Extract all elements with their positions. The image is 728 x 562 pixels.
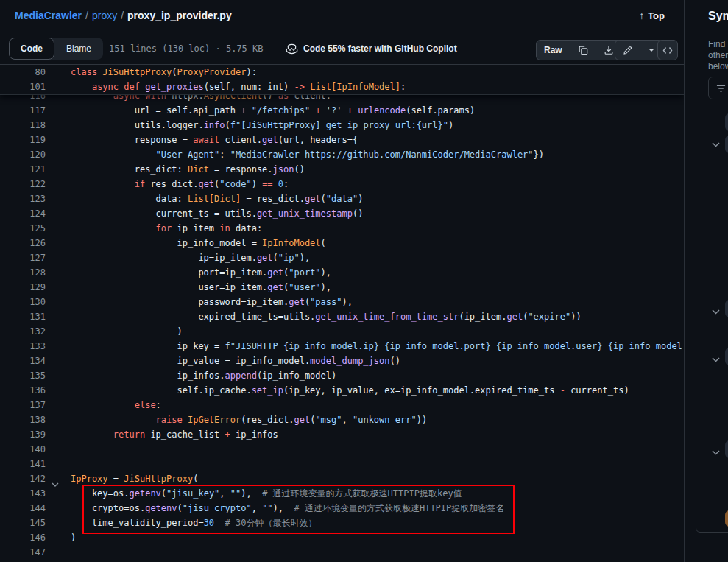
line-number[interactable]: 123 xyxy=(0,192,46,206)
code-text: raise IpGetError(res_dict.get("msg", "un… xyxy=(71,412,427,427)
chevron-down-icon[interactable] xyxy=(712,352,720,365)
line-number[interactable]: 120 xyxy=(0,147,46,162)
code-line-130: 130 password=ip_item.get("pass"), xyxy=(0,295,684,309)
edit-group xyxy=(615,40,663,60)
code-text: expired_time_ts=utils.get_unix_time_from… xyxy=(71,309,582,324)
code-text: ip_key = f"JISUHTTP_{ip_info_model.ip}_{… xyxy=(71,339,682,354)
symbol-list-item[interactable] xyxy=(725,136,728,153)
tab-blame[interactable]: Blame xyxy=(54,38,103,60)
line-number[interactable]: 118 xyxy=(0,118,46,133)
code-text: url = self.api_path + "/fetchips" + '?' … xyxy=(71,103,475,118)
code-line-119: 119 response = await client.get(url, hea… xyxy=(0,133,684,147)
breadcrumb-repo-link[interactable]: MediaCrawler xyxy=(15,10,82,21)
breadcrumb-separator: / xyxy=(82,10,92,21)
code-line-129: 129 user=ip_item.get("user"), xyxy=(0,280,684,295)
line-number[interactable]: 137 xyxy=(0,398,46,412)
line-number[interactable]: 127 xyxy=(0,250,46,265)
line-number[interactable]: 144 xyxy=(0,501,46,516)
code-line-138: 138 raise IpGetError(res_dict.get("msg",… xyxy=(0,412,684,427)
chevron-down-icon[interactable] xyxy=(712,137,720,150)
symbols-filter-button[interactable] xyxy=(708,77,728,99)
line-number[interactable]: 146 xyxy=(0,530,46,545)
copilot-banner-text: Code 55% faster with GitHub Copilot xyxy=(303,32,457,65)
line-number[interactable]: 136 xyxy=(0,383,46,398)
line-number[interactable]: 138 xyxy=(0,412,46,427)
code-text: else: xyxy=(71,398,161,412)
line-number[interactable]: 131 xyxy=(0,309,46,324)
symbol-kind-badge[interactable] xyxy=(725,510,728,527)
code-text: ) xyxy=(71,530,76,545)
code-line-125: 125 for ip_item in data: xyxy=(0,221,684,236)
chevron-down-icon[interactable] xyxy=(712,304,720,317)
file-toolbar: Code Blame 151 lines (130 loc) · 5.75 KB… xyxy=(0,32,684,65)
line-number[interactable]: 124 xyxy=(0,206,46,221)
copilot-icon xyxy=(286,43,298,55)
code-text: password=ip_item.get("pass"), xyxy=(71,295,353,309)
edit-file-button[interactable] xyxy=(615,41,640,60)
line-number[interactable]: 80 xyxy=(0,65,46,80)
line-number[interactable]: 141 xyxy=(0,457,46,471)
code-text: current_ts = utils.get_unix_timestamp() xyxy=(71,206,363,221)
line-number[interactable]: 117 xyxy=(0,103,46,118)
caret-down-icon xyxy=(648,48,655,52)
code-symbols-icon xyxy=(662,46,673,55)
line-number[interactable]: 132 xyxy=(0,324,46,339)
code-line-139: 139 return ip_cache_list + ip_infos xyxy=(0,427,684,442)
code-lines: 116 async with httpx.AsyncClient() as cl… xyxy=(0,88,684,560)
code-line-134: 134 ip_value = ip_info_model.model_dump_… xyxy=(0,354,684,368)
line-number[interactable]: 126 xyxy=(0,236,46,250)
symbols-panel-toggle-button[interactable] xyxy=(657,40,678,60)
line-number[interactable]: 147 xyxy=(0,545,46,560)
breadcrumb-folder-link[interactable]: proxy xyxy=(92,10,117,21)
code-line-147: 147 xyxy=(0,545,684,560)
line-number[interactable]: 133 xyxy=(0,339,46,354)
line-number[interactable]: 121 xyxy=(0,162,46,177)
chevron-down-icon[interactable] xyxy=(712,445,720,458)
line-number[interactable]: 122 xyxy=(0,177,46,192)
line-number[interactable]: 142 xyxy=(0,471,46,486)
line-number[interactable]: 101 xyxy=(0,80,46,94)
code-line-127: 127 ip=ip_item.get("ip"), xyxy=(0,250,684,265)
code-text: port=ip_item.get("port"), xyxy=(71,265,331,280)
line-number[interactable]: 135 xyxy=(0,368,46,383)
code-text: class JiSuHttpProxy(ProxyProvider): xyxy=(71,65,257,80)
file-meta: 151 lines (130 loc) · 5.75 KB xyxy=(109,32,264,65)
line-number[interactable]: 129 xyxy=(0,280,46,295)
code-text: async def get_proxies(self, num: int) ->… xyxy=(71,80,406,94)
code-text: self.ip_cache.set_ip(ip_key, ip_value, e… xyxy=(71,383,629,398)
code-line-121: 121 res_dict: Dict = response.json() xyxy=(0,162,684,177)
line-number[interactable]: 140 xyxy=(0,442,46,457)
line-number[interactable]: 143 xyxy=(0,486,46,501)
line-number[interactable]: 130 xyxy=(0,295,46,309)
symbol-list-item[interactable] xyxy=(725,113,728,131)
code-line-140: 140 xyxy=(0,442,684,457)
code-text: ip_value = ip_info_model.model_dump_json… xyxy=(71,354,400,368)
code-line-133: 133 ip_key = f"JISUHTTP_{ip_info_model.i… xyxy=(0,339,684,354)
code-text: key=os.getenv("jisu_key", ""), # 通过环境变量的… xyxy=(71,486,462,501)
pencil-icon xyxy=(623,46,632,55)
code-text: "User-Agent": "MediaCrawler https://gith… xyxy=(71,147,544,162)
code-text: ) xyxy=(71,324,183,339)
line-number[interactable]: 125 xyxy=(0,221,46,236)
symbol-list-item[interactable] xyxy=(725,300,728,317)
back-to-top-link[interactable]: ↑Top xyxy=(639,0,665,32)
copy-raw-button[interactable] xyxy=(570,41,596,60)
tab-code[interactable]: Code xyxy=(9,38,54,60)
code-line-118: 118 utils.logger.info(f"[JiSuHttpProxy] … xyxy=(0,118,684,133)
line-number[interactable]: 134 xyxy=(0,354,46,368)
code-line-101: 101 async def get_proxies(self, num: int… xyxy=(0,80,684,94)
line-number[interactable]: 139 xyxy=(0,427,46,442)
symbol-list-item[interactable] xyxy=(725,440,728,458)
symbol-list-item[interactable] xyxy=(725,348,728,365)
line-number[interactable]: 128 xyxy=(0,265,46,280)
raw-button[interactable]: Raw xyxy=(537,41,570,60)
code-line-144: 144 crypto=os.getenv("jisu_crypto", ""),… xyxy=(0,501,684,516)
symbols-panel-description: Find other below xyxy=(708,39,728,72)
line-number[interactable]: 119 xyxy=(0,133,46,147)
code-blame-switch: Code Blame xyxy=(9,38,103,60)
breadcrumb: MediaCrawler/proxy/proxy_ip_provider.py xyxy=(15,0,232,32)
code-text: if res_dict.get("code") == 0: xyxy=(71,177,289,192)
code-text: data: List[Dict] = res_dict.get("data") xyxy=(71,192,363,206)
line-number[interactable]: 145 xyxy=(0,516,46,530)
copilot-banner[interactable]: Code 55% faster with GitHub Copilot xyxy=(286,32,457,65)
